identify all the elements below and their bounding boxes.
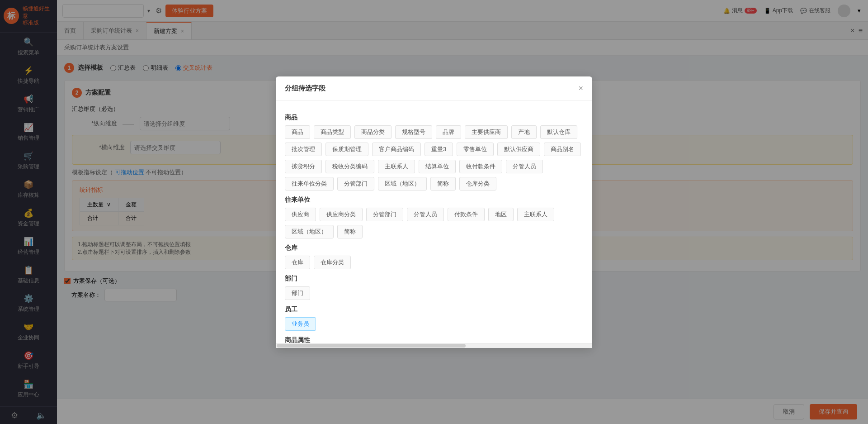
field-tag-分管人员[interactable]: 分管人员	[407, 208, 444, 221]
field-tag-默认仓库[interactable]: 默认仓库	[540, 125, 577, 139]
field-grid-员工: 业务员	[285, 317, 583, 331]
field-tag-税收分类编码[interactable]: 税收分类编码	[326, 160, 374, 173]
modal-hscrollbar[interactable]	[276, 343, 592, 348]
field-tag-结算单位[interactable]: 结算单位	[419, 160, 456, 173]
section-title-员工: 员工	[285, 305, 583, 314]
field-grid-部门: 部门	[285, 286, 583, 300]
field-tag-拣货积分[interactable]: 拣货积分	[285, 160, 322, 173]
field-tag-默认供应商[interactable]: 默认供应商	[497, 143, 540, 156]
field-tag-供应商分类[interactable]: 供应商分类	[320, 208, 363, 221]
field-tag-部门[interactable]: 部门	[285, 286, 310, 300]
field-grid-仓库: 仓库仓库分类	[285, 256, 583, 269]
field-tag-分管部门[interactable]: 分管部门	[337, 177, 374, 191]
field-tag-重量3[interactable]: 重量3	[425, 143, 453, 156]
field-tag-地区[interactable]: 地区	[488, 208, 514, 221]
field-tag-商品分类[interactable]: 商品分类	[354, 125, 392, 139]
modal-header: 分组待选字段 ×	[276, 76, 592, 101]
modal-hscroll-thumb	[277, 344, 466, 348]
field-tag-区域（地区）[interactable]: 区域（地区）	[378, 177, 427, 191]
field-tag-保质期管理[interactable]: 保质期管理	[326, 143, 368, 156]
field-tag-商品[interactable]: 商品	[285, 125, 310, 139]
field-tag-收付款条件[interactable]: 收付款条件	[459, 160, 502, 173]
section-title-部门: 部门	[285, 275, 583, 283]
modal: 分组待选字段 × 商品商品商品类型商品分类规格型号品牌主要供应商产地默认仓库批次…	[276, 76, 592, 348]
field-tag-品牌[interactable]: 品牌	[436, 125, 461, 139]
modal-title: 分组待选字段	[285, 84, 326, 93]
modal-body: 商品商品商品类型商品分类规格型号品牌主要供应商产地默认仓库批次管理保质期管理客户…	[276, 101, 592, 343]
section-title-仓库: 仓库	[285, 244, 583, 252]
field-tag-简称[interactable]: 简称	[430, 177, 456, 191]
field-grid-商品: 商品商品类型商品分类规格型号品牌主要供应商产地默认仓库批次管理保质期管理客户商品…	[285, 125, 583, 191]
field-tag-仓库分类[interactable]: 仓库分类	[459, 177, 496, 191]
section-title-商品: 商品	[285, 114, 583, 122]
field-tag-主联系人[interactable]: 主联系人	[517, 208, 554, 221]
field-tag-简称[interactable]: 简称	[337, 225, 363, 238]
field-tag-产地[interactable]: 产地	[511, 125, 537, 139]
field-tag-分管人员[interactable]: 分管人员	[506, 160, 543, 173]
field-tag-主联系人[interactable]: 主联系人	[378, 160, 415, 173]
field-tag-区域（地区）[interactable]: 区域（地区）	[285, 225, 334, 238]
field-tag-业务员[interactable]: 业务员	[285, 317, 316, 331]
modal-close-button[interactable]: ×	[578, 84, 583, 93]
field-tag-往来单位分类[interactable]: 往来单位分类	[285, 177, 334, 191]
field-tag-商品类型[interactable]: 商品类型	[314, 125, 351, 139]
field-tag-供应商[interactable]: 供应商	[285, 208, 316, 221]
field-tag-付款条件[interactable]: 付款条件	[448, 208, 485, 221]
field-tag-分管部门[interactable]: 分管部门	[366, 208, 403, 221]
field-tag-批次管理[interactable]: 批次管理	[285, 143, 322, 156]
field-tag-零售单位[interactable]: 零售单位	[457, 143, 494, 156]
field-grid-往来单位: 供应商供应商分类分管部门分管人员付款条件地区主联系人区域（地区）简称	[285, 208, 583, 238]
section-title-商品属性: 商品属性	[285, 336, 583, 343]
field-tag-仓库分类[interactable]: 仓库分类	[314, 256, 351, 269]
field-tag-仓库[interactable]: 仓库	[285, 256, 310, 269]
field-tag-主要供应商[interactable]: 主要供应商	[465, 125, 508, 139]
field-tag-客户商品编码[interactable]: 客户商品编码	[372, 143, 421, 156]
field-tag-商品别名[interactable]: 商品别名	[544, 143, 581, 156]
field-tag-规格型号[interactable]: 规格型号	[395, 125, 432, 139]
section-title-往来单位: 往来单位	[285, 196, 583, 204]
